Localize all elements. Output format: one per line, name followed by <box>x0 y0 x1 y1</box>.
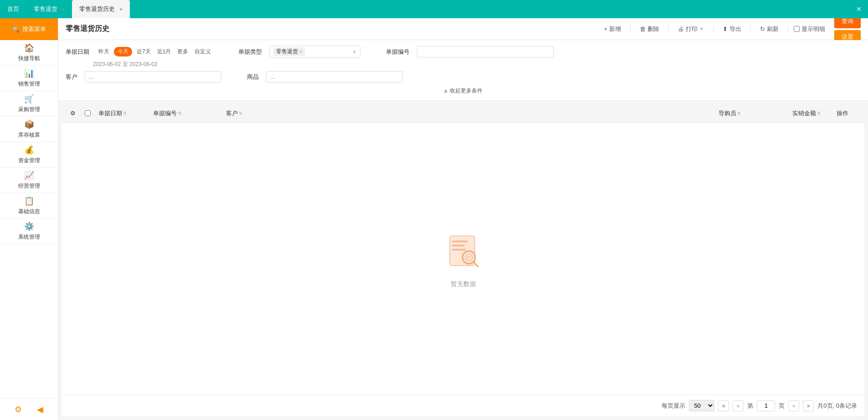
th-action-label: 操作 <box>837 109 848 118</box>
doc-type-tag: 零售退货 × <box>273 47 305 56</box>
sidebar-item-operation[interactable]: 📈 经营管理 <box>0 168 58 193</box>
refresh-button[interactable]: ↻ 刷新 <box>756 23 782 35</box>
sales-icon: 📊 <box>24 68 34 78</box>
tab-retail-return-history-label: 零售退货历史 <box>79 5 115 13</box>
print-arrow: ▼ <box>699 26 704 31</box>
sidebar-item-system[interactable]: ⚙️ 系统管理 <box>0 219 58 244</box>
show-detail-input[interactable] <box>794 26 800 32</box>
next-page-button[interactable]: › <box>788 400 799 411</box>
th-settings[interactable]: ⚙ <box>66 110 80 117</box>
doc-type-filter[interactable]: 零售退货 × ∨ <box>269 46 360 58</box>
delete-label: 删除 <box>647 25 659 33</box>
print-icon: 🖨 <box>678 26 684 32</box>
delete-icon: 🗑 <box>640 26 646 32</box>
sidebar-item-quick-nav[interactable]: 🏠 快捷导航 <box>0 40 58 66</box>
sidebar-item-sales-mgmt[interactable]: 📊 销售管理 <box>0 66 58 91</box>
th-amount-label: 实销金额 <box>792 109 816 118</box>
operation-icon: 📈 <box>24 170 34 180</box>
th-guide-sort[interactable]: ⇅ <box>737 111 741 116</box>
table-header: ⚙ 单据日期 ⇅ 单据编号 ⇅ 客户 ⇅ 导购员 <box>62 104 864 123</box>
add-button[interactable]: + 新增 <box>601 23 625 35</box>
filter-row-2: 客户 商品 <box>66 71 861 82</box>
th-guide-label: 导购员 <box>719 109 736 118</box>
total-info: 共0页, 0条记录 <box>817 402 857 410</box>
page-size-select[interactable]: 50 100 200 <box>689 400 714 411</box>
goods-input[interactable] <box>266 71 403 82</box>
sidebar-item-finance[interactable]: 💰 资金管理 <box>0 142 58 168</box>
sidebar-search[interactable]: 🔍 搜索菜单 <box>0 18 58 40</box>
home-icon: 🏠 <box>24 43 34 53</box>
sidebar-item-basic-info[interactable]: 📋 基础信息 <box>0 193 58 219</box>
collapse-sidebar-icon[interactable]: ◀ <box>37 405 43 415</box>
th-number-sort[interactable]: ⇅ <box>178 111 181 116</box>
th-guide: 导购员 ⇅ <box>715 109 770 118</box>
date-btn-custom[interactable]: 自定义 <box>193 47 213 56</box>
sidebar-item-basic-info-label: 基础信息 <box>18 208 40 215</box>
select-all-checkbox[interactable] <box>85 110 91 116</box>
collapse-filter-button[interactable]: ∧ 收起更多条件 <box>444 87 483 95</box>
tab-retail-return-history[interactable]: 零售退货历史 × <box>72 0 129 18</box>
sidebar-item-purchase-mgmt[interactable]: 🛒 采购管理 <box>0 91 58 117</box>
settings-bottom-icon[interactable]: ⚙ <box>15 405 22 415</box>
tab-retail-return-close[interactable]: × <box>62 6 65 12</box>
export-label: 导出 <box>729 25 741 33</box>
date-btn-today[interactable]: 今天 <box>114 47 132 56</box>
window-close-button[interactable]: × <box>850 0 868 18</box>
empty-illustration <box>441 229 486 275</box>
empty-state: 暂无数据 <box>62 123 864 394</box>
pagination: 每页显示 50 100 200 « ‹ 第 页 › » 共0页, 0条记录 <box>62 394 864 416</box>
export-icon: ⬆ <box>723 26 728 32</box>
print-button[interactable]: 🖨 打印 ▼ <box>674 23 708 35</box>
page-number-input[interactable] <box>757 400 775 411</box>
main-layout: 🔍 搜索菜单 🏠 快捷导航 📊 销售管理 🛒 采购管理 📦 库存核算 💰 资金管… <box>0 18 868 420</box>
sidebar-bottom: ⚙ ◀ <box>0 398 58 420</box>
query-button[interactable]: 查询 <box>834 18 861 28</box>
sidebar-item-quick-nav-label: 快捷导航 <box>18 55 40 62</box>
th-amount-sort[interactable]: ⇅ <box>817 111 821 116</box>
date-filter-label: 单据日期 <box>66 48 89 56</box>
divider-4 <box>750 26 751 33</box>
column-settings-icon[interactable]: ⚙ <box>70 110 76 117</box>
filter-row-1: 单据日期 昨天 今天 近7天 近1月 更多 自定义 单据类型 零售退货 × <box>66 46 861 58</box>
tab-retail-return[interactable]: 零售退货 × <box>26 0 72 18</box>
tab-home[interactable]: 首页 <box>0 0 26 18</box>
sidebar-item-purchase-mgmt-label: 采购管理 <box>18 106 40 113</box>
show-detail-checkbox[interactable]: 显示明细 <box>794 25 825 33</box>
th-action: 操作 <box>824 109 861 118</box>
collapse-icon: ∧ <box>444 88 448 94</box>
th-checkbox[interactable] <box>80 110 95 116</box>
top-bar: 首页 零售退货 × 零售退货历史 × × <box>0 0 868 18</box>
show-detail-label: 显示明细 <box>801 25 825 33</box>
export-button[interactable]: ⬆ 导出 <box>719 23 745 35</box>
divider-2 <box>668 26 669 33</box>
first-page-button[interactable]: « <box>718 400 729 411</box>
date-btn-7days[interactable]: 近7天 <box>135 47 153 56</box>
th-date: 单据日期 ⇅ <box>95 109 149 118</box>
prev-page-button[interactable]: ‹ <box>733 400 744 411</box>
filter-area: 单据日期 昨天 今天 近7天 近1月 更多 自定义 单据类型 零售退货 × <box>58 40 868 101</box>
last-page-button[interactable]: » <box>803 400 814 411</box>
customer-input[interactable] <box>85 71 221 82</box>
search-icon: 🔍 <box>12 26 20 33</box>
page-label-post: 页 <box>779 402 785 410</box>
content-area: 零售退货历史 + 新增 🗑 删除 🖨 打印 ▼ <box>58 18 868 420</box>
empty-text: 暂无数据 <box>451 280 476 288</box>
svg-rect-3 <box>452 249 466 251</box>
th-amount: 实销金额 ⇅ <box>770 109 824 118</box>
date-btn-more[interactable]: 更多 <box>175 47 190 56</box>
sidebar-item-inventory-label: 库存核算 <box>18 131 40 139</box>
add-label: 新增 <box>609 25 621 33</box>
system-icon: ⚙️ <box>24 221 34 231</box>
goods-filter-label: 商品 <box>247 73 259 81</box>
doc-number-input[interactable] <box>417 46 554 57</box>
sidebar-item-inventory[interactable]: 📦 库存核算 <box>0 117 58 142</box>
delete-button[interactable]: 🗑 删除 <box>636 23 663 35</box>
date-btn-yesterday[interactable]: 昨天 <box>97 47 111 56</box>
doc-type-tag-close[interactable]: × <box>299 49 302 54</box>
th-date-label: 单据日期 <box>98 109 122 118</box>
th-date-sort[interactable]: ⇅ <box>123 111 127 116</box>
tab-retail-return-history-close[interactable]: × <box>119 6 122 12</box>
th-customer-sort[interactable]: ⇅ <box>239 111 242 116</box>
date-btn-1month[interactable]: 近1月 <box>155 47 173 56</box>
divider-1 <box>630 26 631 33</box>
